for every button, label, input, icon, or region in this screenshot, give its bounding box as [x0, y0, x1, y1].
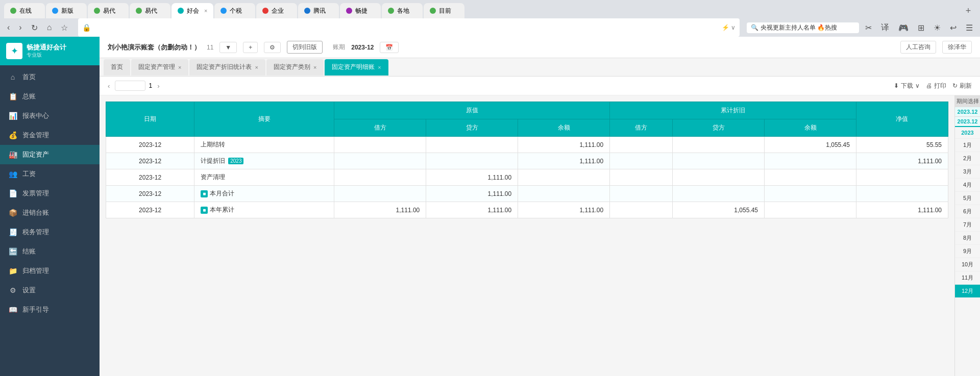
page-tab-close-icon[interactable]: × — [378, 64, 381, 70]
browser-tab[interactable]: 畅捷 — [340, 3, 381, 18]
home-button[interactable]: ⌂ — [44, 22, 55, 33]
sidebar-item-归档管理[interactable]: 📁归档管理 — [0, 261, 100, 281]
refresh-btn[interactable]: ↻ 刷新 — [952, 82, 972, 90]
cell-orig-balance — [518, 186, 610, 202]
period-month-item[interactable]: 12月 — [955, 285, 980, 298]
download-btn[interactable]: ⬇ 下载 ∨ — [894, 82, 920, 90]
browser-tab[interactable]: 各地 — [382, 3, 423, 18]
page-tab-close-icon[interactable]: × — [313, 64, 316, 70]
sidebar-icon: 🧾 — [8, 228, 17, 237]
sidebar-item-税务管理[interactable]: 🧾税务管理 — [0, 222, 100, 242]
period-month-item[interactable]: 10月 — [955, 258, 980, 271]
reload-button[interactable]: ↻ — [28, 22, 41, 34]
page-tab-固定资产明细账[interactable]: 固定资产明细账× — [325, 59, 388, 76]
page-tab-close-icon[interactable]: × — [255, 64, 258, 70]
add-btn[interactable]: + — [243, 42, 258, 53]
menu-button[interactable]: ☰ — [963, 22, 976, 34]
page-tab-首页[interactable]: 首页 — [104, 59, 130, 76]
period-month-item[interactable]: 6月 — [955, 205, 980, 218]
dropdown-btn[interactable]: ▼ — [219, 42, 237, 53]
new-tab-button[interactable]: + — [961, 3, 976, 18]
switch-version-btn[interactable]: 切到旧版 — [287, 41, 323, 54]
page-tab-固定资产类别[interactable]: 固定资产类别× — [266, 59, 324, 76]
sidebar-item-总账[interactable]: 📋总账 — [0, 87, 100, 106]
sidebar: ✦ 畅捷通好会计 专业版 ⌂首页📋总账📊报表中心💰资金管理🏭固定资产👥工资📄发票… — [0, 37, 100, 376]
settings-small-btn[interactable]: ⚙ — [264, 42, 281, 53]
sidebar-icon: 🏭 — [8, 150, 17, 159]
sidebar-label: 固定资产 — [22, 150, 49, 159]
browser-tab[interactable]: 个税 — [214, 3, 255, 18]
sidebar-icon: ⚙ — [8, 286, 17, 295]
sidebar-icon: 📄 — [8, 189, 17, 198]
th-orig-credit: 贷方 — [426, 119, 518, 137]
browser-tab[interactable]: 企业 — [256, 3, 297, 18]
browser-tab[interactable]: 新版 — [46, 3, 87, 18]
bookmark-button[interactable]: ☆ — [58, 22, 71, 34]
page-tab-固定资产管理[interactable]: 固定资产管理× — [131, 59, 188, 76]
period-month-item[interactable]: 2023 — [955, 127, 980, 139]
cell-accum-balance: 1,055.45 — [765, 137, 856, 153]
address-bar: 🔒 https://cloud.chanjet.com/accounting/u… — [78, 18, 740, 37]
sidebar-item-进销台账[interactable]: 📦进销台账 — [0, 203, 100, 222]
period-selected-top[interactable]: 2023.12 — [955, 107, 980, 117]
theme-button[interactable]: ☀ — [930, 22, 944, 34]
page-tab-固定资产折旧统计表[interactable]: 固定资产折旧统计表× — [189, 59, 265, 76]
cell-orig-credit: 1,111.00 — [426, 169, 518, 186]
grid-button[interactable]: ⊞ — [915, 22, 927, 34]
cell-accum-balance — [765, 153, 856, 169]
period-month-item[interactable]: 5月 — [955, 192, 980, 205]
th-net-value: 净值 — [856, 102, 948, 137]
prev-page-btn[interactable]: ‹ — [108, 82, 110, 90]
cell-orig-credit — [426, 153, 518, 169]
browser-tab[interactable]: 腾讯 — [298, 3, 339, 18]
page-code-input[interactable]: 000001 — [115, 81, 145, 91]
sidebar-label: 新手引导 — [22, 305, 49, 314]
cell-summary: ■本月合计 — [194, 186, 334, 202]
period-month-item[interactable]: 11月 — [955, 271, 980, 285]
browser-tab[interactable]: 好会× — [172, 3, 213, 18]
period-month-item[interactable]: 3月 — [955, 165, 980, 179]
period-month-item[interactable]: 2月 — [955, 152, 980, 165]
period-month-item[interactable]: 7月 — [955, 218, 980, 232]
user-btn[interactable]: 徐泽华 — [942, 41, 972, 54]
sidebar-item-资金管理[interactable]: 💰资金管理 — [0, 126, 100, 145]
sidebar-label: 资金管理 — [22, 131, 49, 140]
sidebar-item-发票管理[interactable]: 📄发票管理 — [0, 184, 100, 203]
period-selected-bottom[interactable]: 2023.12 — [955, 117, 980, 127]
sidebar-item-工资[interactable]: 👥工资 — [0, 164, 100, 184]
period-month-item[interactable]: 1月 — [955, 139, 980, 152]
period-month-item[interactable]: 9月 — [955, 245, 980, 258]
forward-button[interactable]: › — [16, 22, 24, 33]
extensions-button[interactable]: 🎮 — [895, 22, 912, 34]
translate-button[interactable]: 译 — [878, 21, 892, 34]
address-input[interactable]: https://cloud.chanjet.com/accounting/uw1… — [95, 24, 717, 32]
cell-net-value — [856, 186, 948, 202]
sidebar-item-设置[interactable]: ⚙设置 — [0, 281, 100, 300]
back-button[interactable]: ‹ — [4, 22, 13, 33]
page-tab-close-icon[interactable]: × — [178, 64, 181, 70]
scissors-button[interactable]: ✂ — [862, 22, 875, 34]
browser-tab[interactable]: 易代 — [130, 3, 170, 18]
sidebar-item-固定资产[interactable]: 🏭固定资产 — [0, 145, 100, 164]
history-back-button[interactable]: ↩ — [947, 22, 960, 34]
browser-tab[interactable]: 目前 — [424, 3, 464, 18]
sidebar-item-结账[interactable]: 🔚结账 — [0, 242, 100, 261]
download-icon: ⬇ — [894, 82, 899, 89]
sidebar-icon: 📦 — [8, 208, 17, 217]
sidebar-item-报表中心[interactable]: 📊报表中心 — [0, 106, 100, 126]
next-page-btn[interactable]: › — [157, 82, 159, 90]
period-month-item[interactable]: 4月 — [955, 179, 980, 192]
sidebar-item-首页[interactable]: ⌂首页 — [0, 67, 100, 87]
toolbar-right: ⬇ 下载 ∨ 🖨 打印 ↻ 刷新 — [894, 82, 972, 90]
sidebar-item-新手引导[interactable]: 📖新手引导 — [0, 300, 100, 319]
sidebar-icon: 📊 — [8, 111, 17, 120]
period-months: 20231月2月3月4月5月6月7月8月9月10月11月12月 — [955, 127, 980, 298]
period-month-item[interactable]: 8月 — [955, 232, 980, 245]
browser-tab[interactable]: 易代 — [88, 3, 129, 18]
app-container: ✦ 畅捷通好会计 专业版 ⌂首页📋总账📊报表中心💰资金管理🏭固定资产👥工资📄发票… — [0, 37, 980, 376]
consult-btn[interactable]: 人工咨询 — [900, 41, 936, 54]
cell-accum-credit — [673, 186, 765, 202]
browser-tab[interactable]: 在线 — [4, 3, 45, 18]
period-edit-btn[interactable]: 📅 — [380, 42, 399, 53]
print-btn[interactable]: 🖨 打印 — [926, 82, 946, 90]
